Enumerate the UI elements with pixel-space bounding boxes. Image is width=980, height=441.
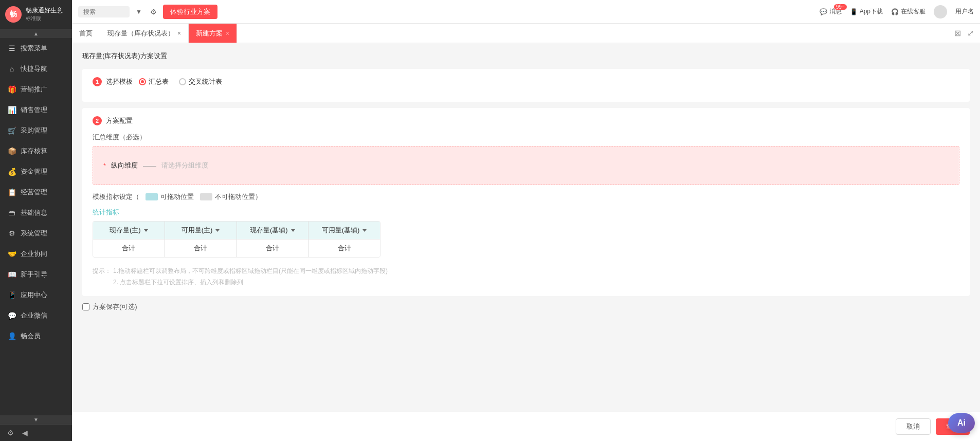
col3-dropdown-icon (291, 229, 295, 232)
finance-icon: 💰 (7, 167, 16, 176)
sidebar-item-corp[interactable]: 🤝 企业协同 (0, 244, 72, 264)
fixed-indicator: 不可拖动位置） (200, 192, 262, 201)
sidebar-item-basic[interactable]: 🗃 基础信息 (0, 203, 72, 223)
sidebar-item-newuser[interactable]: 📖 新手引导 (0, 264, 72, 285)
message-badge: 99+ (834, 4, 847, 10)
step2-title: 方案配置 (106, 116, 133, 125)
template-radio-group: 汇总表 交叉统计表 (139, 77, 222, 86)
sidebar-item-label: 资金管理 (21, 167, 47, 176)
dimension-placeholder: 请选择分组维度 (161, 161, 208, 170)
tab-home[interactable]: 首页 (72, 24, 100, 43)
tab-close-inventory[interactable]: × (177, 30, 181, 37)
message-button[interactable]: 💬 消息 99+ (820, 7, 842, 16)
ai-bubble[interactable]: Ai (948, 413, 975, 433)
topbar-gear-icon[interactable]: ⚙ (148, 6, 159, 18)
tab-close-new-scheme[interactable]: × (226, 30, 229, 37)
sidebar-scroll-up[interactable]: ▲ (0, 29, 72, 38)
inventory-icon: 📦 (7, 146, 16, 156)
member-icon: 👤 (7, 332, 16, 341)
topbar: ▼ ⚙ 体验行业方案 💬 消息 99+ 📱 App下载 🎧 在线客服 用户名 (72, 0, 980, 24)
tab-inventory-status[interactable]: 现存量（库存状况表） × (100, 24, 189, 43)
app-icon: 📱 (850, 8, 858, 15)
sidebar-item-operation[interactable]: 📋 经营管理 (0, 182, 72, 203)
save-checkbox[interactable] (82, 303, 89, 310)
tab-expand-button[interactable]: ⤢ (965, 27, 976, 39)
sidebar-item-quick-nav[interactable]: ⌂ 快捷导航 (0, 59, 72, 79)
sidebar-item-label: 系统管理 (21, 229, 47, 238)
content-area: 现存量(库存状况表)方案设置 1 选择模板 汇总表 交叉统计表 (72, 43, 980, 412)
search-menu-icon: ☰ (7, 44, 16, 53)
step1-section: 1 选择模板 汇总表 交叉统计表 (82, 69, 970, 102)
required-marker: * (103, 162, 106, 170)
sidebar-item-system[interactable]: ⚙ 系统管理 (0, 223, 72, 244)
topbar-right: 💬 消息 99+ 📱 App下载 🎧 在线客服 用户名 (820, 5, 974, 19)
quick-nav-icon: ⌂ (7, 64, 16, 74)
sidebar-item-marketing[interactable]: 🎁 营销推广 (0, 79, 72, 100)
stats-col-3-data: 合计 (237, 239, 309, 257)
stats-data-row: 合计 合计 合计 合计 (93, 239, 380, 257)
headset-icon: 🎧 (891, 8, 899, 15)
sidebar-item-label: 销售管理 (21, 105, 47, 115)
search-input[interactable] (78, 6, 130, 17)
sidebar-item-appcenter[interactable]: 📱 应用中心 (0, 285, 72, 305)
step2-section: 2 方案配置 汇总维度（必选） * 纵向维度 —— 请选择分组维度 模板指标设定… (82, 108, 970, 296)
sidebar-item-sales[interactable]: 📊 销售管理 (0, 100, 72, 120)
step2-header: 2 方案配置 (93, 116, 959, 125)
radio-dot-summary (139, 78, 146, 85)
app-logo-icon: 畅 (5, 6, 22, 23)
online-service-button[interactable]: 🎧 在线客服 (891, 7, 925, 16)
app-download-button[interactable]: 📱 App下载 (850, 7, 883, 16)
step1-title: 选择模板 (106, 77, 133, 86)
purchase-icon: 🛒 (7, 126, 16, 135)
sidebar-bottom: ⚙ ◀ (0, 424, 72, 441)
tabs-right: ⊠ ⤢ (952, 27, 980, 39)
sidebar-item-label: 搜索菜单 (21, 44, 47, 53)
stats-table: 现存量(主) 可用量(主) 现存量(基辅) 可用量(基辅) (93, 221, 380, 258)
main-area: ▼ ⚙ 体验行业方案 💬 消息 99+ 📱 App下载 🎧 在线客服 用户名 首… (72, 0, 980, 441)
radio-dot-cross (179, 78, 186, 85)
stats-col-2-data: 合计 (165, 239, 237, 257)
sidebar-item-label: 基础信息 (21, 208, 47, 217)
movable-box (146, 193, 158, 200)
stats-col-4-header[interactable]: 可用量(基辅) (308, 222, 380, 239)
marketing-icon: 🎁 (7, 85, 16, 94)
system-icon: ⚙ (7, 229, 16, 238)
stats-col-4-data: 合计 (308, 239, 380, 257)
stats-col-3-header[interactable]: 现存量(基辅) (237, 222, 309, 239)
basic-icon: 🗃 (7, 208, 16, 217)
step1-header: 1 选择模板 汇总表 交叉统计表 (93, 77, 959, 86)
topbar-dropdown-button[interactable]: ▼ (134, 7, 144, 16)
stats-col-2-header[interactable]: 可用量(主) (165, 222, 237, 239)
sidebar-item-label: 新手引导 (21, 270, 47, 279)
sidebar-item-finance[interactable]: 💰 资金管理 (0, 161, 72, 182)
fixed-box (200, 193, 212, 200)
message-icon: 💬 (820, 8, 827, 15)
sound-bottom-icon[interactable]: ◀ (22, 429, 28, 437)
tab-collapse-button[interactable]: ⊠ (952, 27, 963, 39)
settings-bottom-icon[interactable]: ⚙ (7, 429, 14, 437)
sidebar-item-member[interactable]: 👤 畅会员 (0, 326, 72, 346)
footer: 取消 查询 (72, 412, 980, 441)
tab-new-scheme[interactable]: 新建方案 × (189, 24, 237, 43)
page-title: 现存量(库存状况表)方案设置 (82, 51, 970, 61)
tips-box: 提示： 1.拖动标题栏可以调整布局，不可跨维度或指标区域拖动栏目(只能在同一维度… (93, 266, 959, 288)
radio-cross[interactable]: 交叉统计表 (179, 77, 222, 86)
sidebar-item-inventory[interactable]: 📦 库存核算 (0, 141, 72, 161)
wechat-icon: 💬 (7, 311, 16, 320)
sidebar-item-label: 库存核算 (21, 146, 47, 156)
sidebar-item-wechat[interactable]: 💬 企业微信 (0, 305, 72, 326)
app-logo-text: 畅康通好生意 标准版 (26, 7, 63, 22)
stats-label: 统计指标 (93, 208, 959, 217)
cancel-button[interactable]: 取消 (896, 418, 931, 435)
trial-button[interactable]: 体验行业方案 (163, 5, 217, 19)
sidebar-item-search-menu[interactable]: ☰ 搜索菜单 (0, 38, 72, 59)
user-avatar (934, 5, 947, 19)
save-option: 方案保存(可选) (82, 302, 970, 311)
sidebar-item-purchase[interactable]: 🛒 采购管理 (0, 120, 72, 141)
step2-badge: 2 (93, 116, 102, 125)
radio-summary[interactable]: 汇总表 (139, 77, 169, 86)
stats-col-1-header[interactable]: 现存量(主) (93, 222, 165, 239)
sidebar-scroll-down[interactable]: ▼ (0, 415, 72, 424)
sidebar-logo: 畅 畅康通好生意 标准版 (0, 0, 72, 29)
sales-icon: 📊 (7, 105, 16, 115)
